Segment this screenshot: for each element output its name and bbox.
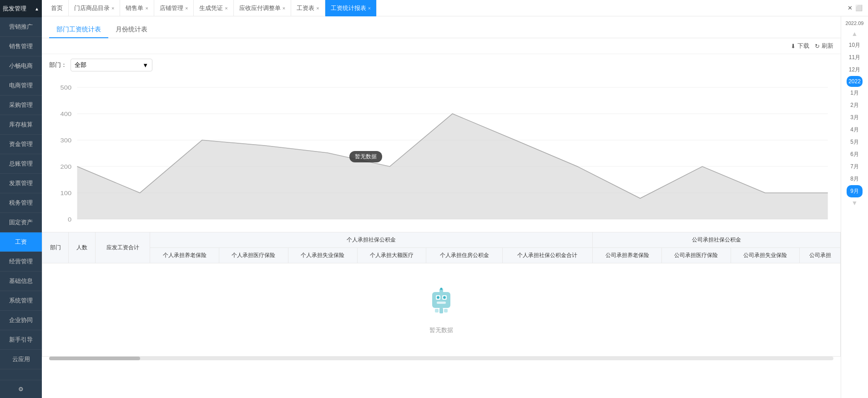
horizontal-scrollbar[interactable] [49,357,833,360]
timeline-month-6月[interactable]: 6月 [845,148,864,161]
timeline-month-3月[interactable]: 3月 [845,111,864,124]
tab-应收应付调整单[interactable]: 应收应付调整单× [234,0,291,16]
page-content: 部门工资统计表月份统计表 ⬇ 下载 ↻ 刷新 部门： 全部 ▼ [42,16,841,398]
svg-point-23 [440,288,443,290]
sidebar-item-发票管理[interactable]: 发票管理 [0,174,42,193]
timeline-month-2月[interactable]: 2月 [845,99,864,111]
svg-point-20 [437,296,439,299]
timeline-month-11月[interactable]: 11月 [845,51,864,64]
table-container: 部门 人数 应发工资合计 个人承担社保公积金 公司承担社保公积金 个人承担养老保… [42,232,841,357]
col-个人承担大额医疗: 个人承担大额医疗 [357,248,426,263]
svg-text:300: 300 [61,137,72,143]
filter-row: 部门： 全部 ▼ [42,54,841,76]
sub-tab-月份统计表[interactable]: 月份统计表 [108,22,155,38]
sidebar-item-营销推广[interactable]: 营销推广 [0,17,42,37]
scroll-thumb[interactable] [49,357,140,360]
timeline-month-5月[interactable]: 5月 [845,136,864,148]
tab-店铺管理[interactable]: 店铺管理× [154,0,194,16]
timeline-month-10月[interactable]: 10月 [845,39,864,51]
svg-rect-17 [439,308,443,313]
sidebar-item-云应用[interactable]: 云应用 [0,350,42,369]
timeline-year-2022[interactable]: 2022 [847,76,863,87]
svg-text:500: 500 [61,85,72,91]
tab-close-icon[interactable]: × [316,5,319,11]
col-公司承担养老保险: 公司承担养老保险 [593,248,662,263]
svg-rect-16 [437,302,446,304]
sidebar-item-经营管理[interactable]: 经营管理 [0,252,42,272]
sidebar-item-资金管理[interactable]: 资金管理 [0,135,42,154]
chevron-down-icon: ▼ [142,62,148,69]
tab-close-icon[interactable]: × [283,5,285,11]
tab-label: 工资表 [297,4,314,12]
timeline-month-9月[interactable]: 9月 [847,185,863,197]
sidebar-item-销售管理[interactable]: 销售管理 [0,37,42,56]
col-公司承担: 公司承担 [800,248,841,263]
tab-生成凭证[interactable]: 生成凭证× [194,0,233,16]
svg-text:200: 200 [61,164,72,170]
tab-门店商品目录[interactable]: 门店商品目录× [69,0,120,16]
sidebar-item-库存核算[interactable]: 库存核算 [0,115,42,135]
sidebar-item-基础信息[interactable]: 基础信息 [0,272,42,291]
refresh-icon: ↻ [815,43,820,50]
tab-close-icon[interactable]: × [145,5,148,11]
col-group-personal: 个人承担社保公积金 [150,232,593,248]
filter-label: 部门： [49,61,67,69]
timeline-up-nav[interactable]: ▲ [850,28,860,39]
col-个人承担医疗保险: 个人承担医疗保险 [219,248,288,263]
timeline-month-12月[interactable]: 12月 [845,64,864,76]
svg-text:0: 0 [68,217,71,222]
close-all-icon[interactable]: ✕ [848,5,853,11]
tab-close-icon[interactable]: × [111,5,114,11]
main-area: 首页门店商品目录×销售单×店铺管理×生成凭证×应收应付调整单×工资表×工资统计报… [42,0,868,398]
col-公司承担医疗保险: 公司承担医疗保险 [661,248,731,263]
tab-首页[interactable]: 首页 [45,0,69,16]
empty-label: 暂无数据 [429,326,453,334]
tab-label: 店铺管理 [160,4,183,12]
sidebar-item-电商管理[interactable]: 电商管理 [0,76,42,96]
tab-工资统计报表[interactable]: 工资统计报表× [325,0,377,16]
restore-icon[interactable]: ⬜ [855,5,863,11]
timeline-down-nav[interactable]: ▼ [850,197,860,208]
sidebar-arrow-icon: ▲ [35,6,39,11]
sidebar-item-新手引导[interactable]: 新手引导 [0,330,42,350]
sub-tab-部门工资统计表[interactable]: 部门工资统计表 [49,22,108,38]
sidebar-item-总账管理[interactable]: 总账管理 [0,154,42,174]
svg-point-21 [443,296,446,299]
svg-rect-19 [444,309,448,312]
sidebar-item-系统管理[interactable]: 系统管理 [0,291,42,311]
timeline-month-8月[interactable]: 8月 [845,173,864,185]
sidebar-header[interactable]: 批发管理 ▲ [0,0,42,17]
tab-销售单[interactable]: 销售单× [120,0,154,16]
tab-close-icon[interactable]: × [368,5,371,11]
col-个人承担失业保险: 个人承担失业保险 [288,248,357,263]
sidebar-item-企业协同[interactable]: 企业协同 [0,311,42,330]
settings-button[interactable]: ⚙ [0,380,42,398]
timeline-month-4月[interactable]: 4月 [845,124,864,136]
sidebar-item-工资[interactable]: 工资 [0,232,42,252]
timeline-month-7月[interactable]: 7月 [845,161,864,173]
data-table: 部门 人数 应发工资合计 个人承担社保公积金 公司承担社保公积金 个人承担养老保… [42,232,841,357]
refresh-label: 刷新 [822,42,833,50]
toolbar: ⬇ 下载 ↻ 刷新 [42,38,841,54]
timeline-month-1月[interactable]: 1月 [845,87,864,99]
department-select[interactable]: 全部 ▼ [71,59,152,71]
empty-robot-icon [423,285,459,322]
svg-text:100: 100 [61,190,72,196]
svg-rect-13 [432,292,450,308]
tab-label: 首页 [51,4,63,12]
tab-label: 生成凭证 [199,4,223,12]
tab-close-icon[interactable]: × [225,5,227,11]
sidebar-item-采购管理[interactable]: 采购管理 [0,96,42,115]
tab-close-icon[interactable]: × [185,5,188,11]
col-个人承担社保公积金合计: 个人承担社保公积金合计 [502,248,592,263]
tab-工资表[interactable]: 工资表× [291,0,325,16]
sidebar-item-小畅电商[interactable]: 小畅电商 [0,56,42,76]
sidebar-item-税务管理[interactable]: 税务管理 [0,193,42,213]
col-个人承担养老保险: 个人承担养老保险 [150,248,219,263]
tab-bar-close[interactable]: ✕ ⬜ [846,5,864,11]
refresh-button[interactable]: ↻ 刷新 [815,42,833,50]
sidebar-item-固定资产[interactable]: 固定资产 [0,213,42,232]
download-button[interactable]: ⬇ 下载 [791,42,809,50]
col-个人承担住房公积金: 个人承担住房公积金 [426,248,502,263]
sidebar-title: 批发管理 [3,5,26,13]
